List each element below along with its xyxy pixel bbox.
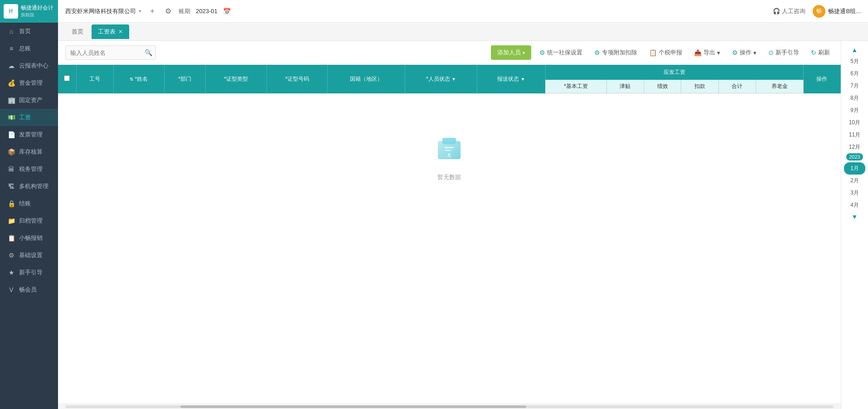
th-allowance: 津贴 <box>606 80 644 93</box>
add-company-button[interactable]: ＋ <box>147 5 158 18</box>
tab-home[interactable]: 首页 <box>65 24 90 39</box>
export-button[interactable]: 📤 导出 ▾ <box>690 47 724 58</box>
sidebar-icon-0: ⌂ <box>7 28 15 35</box>
sidebar-label-2: 云报表中心 <box>19 62 48 70</box>
sidebar-item-小畅报销[interactable]: 📋小畅报销 <box>0 229 58 247</box>
scroll-thumb[interactable] <box>180 405 526 408</box>
filter-icon[interactable]: ▼ <box>451 77 456 82</box>
social-security-label: 统一社保设置 <box>547 49 582 57</box>
sidebar-icon-2: ☁ <box>7 62 15 69</box>
sidebar-item-工资[interactable]: 💵工资 <box>0 109 58 126</box>
headset-icon: 🎧 <box>773 8 780 15</box>
date-month-5[interactable]: 5月 <box>841 55 868 68</box>
sidebar-icon-10: 🔒 <box>7 200 15 207</box>
add-person-label: 添加人员 <box>497 49 521 57</box>
sidebar-icon-3: 💰 <box>7 79 15 87</box>
sidebar-item-资金管理[interactable]: 💰资金管理 <box>0 74 58 92</box>
th-report-status: 报送状态 ▼ <box>477 65 545 93</box>
search-input[interactable] <box>65 45 156 60</box>
sidebar-icon-6: 📄 <box>7 131 15 138</box>
sidebar-label-14: 新手引导 <box>19 268 43 277</box>
social-security-button[interactable]: ⚙ 统一社保设置 <box>536 47 586 58</box>
sidebar-icon-5: 💵 <box>7 114 15 121</box>
th-department: *部门 <box>164 65 205 93</box>
sidebar-item-固定资产[interactable]: 🏢固定资产 <box>0 92 58 109</box>
refresh-button[interactable]: ↻ 刷新 <box>807 47 834 58</box>
sidebar-icon-8: 🏛 <box>7 166 15 173</box>
date-month-8[interactable]: 8月 <box>841 92 868 104</box>
th-actions: 操作 <box>803 65 841 93</box>
scroll-bar[interactable] <box>58 404 841 409</box>
operations-label: 操作 <box>740 49 752 57</box>
sidebar-icon-14: ★ <box>7 269 15 276</box>
th-performance: 绩效 <box>644 80 681 93</box>
tab-payroll[interactable]: 工资表 ✕ <box>92 24 129 39</box>
sidebar-label-6: 发票管理 <box>19 131 43 139</box>
calendar-icon[interactable]: 📅 <box>223 8 231 15</box>
date-nav-up[interactable]: ▲ <box>850 44 860 55</box>
service-label: 人工咨询 <box>782 7 805 15</box>
date-month-4[interactable]: 4月 <box>841 199 868 211</box>
sidebar-item-新手引导[interactable]: ★新手引导 <box>0 264 58 281</box>
svg-point-4 <box>448 153 451 156</box>
scroll-track <box>65 405 834 408</box>
guide-button[interactable]: ⊙ 新手引导 <box>765 47 803 58</box>
sidebar-item-首页[interactable]: ⌂首页 <box>0 23 58 40</box>
sidebar-label-1: 总账 <box>19 44 31 53</box>
guide-icon: ⊙ <box>768 49 774 56</box>
sidebar-label-7: 库存核算 <box>19 148 43 156</box>
settings-button[interactable]: ⚙ <box>163 5 173 17</box>
date-nav-down[interactable]: ▼ <box>850 211 860 222</box>
operations-button[interactable]: ⚙ 操作 ▾ <box>728 47 760 58</box>
sidebar-item-云报表中心[interactable]: ☁云报表中心 <box>0 57 58 74</box>
select-all-checkbox[interactable] <box>64 75 70 81</box>
dropdown-arrow-icon: ▾ <box>139 8 141 14</box>
app-logo: 计 畅捷通好会计 旗舰版 <box>0 0 58 23</box>
sidebar-item-总账[interactable]: ≡总账 <box>0 40 58 57</box>
tax-icon: 📋 <box>649 49 657 56</box>
tab-close-icon[interactable]: ✕ <box>118 29 123 35</box>
date-month-10[interactable]: 10月 <box>841 117 868 129</box>
th-payable-wages: 应发工资 <box>545 65 803 80</box>
tax-report-button[interactable]: 📋 个税申报 <box>645 47 686 58</box>
sidebar-icon-4: 🏢 <box>7 97 15 104</box>
date-month-3[interactable]: 3月 <box>841 187 868 199</box>
sidebar-item-发票管理[interactable]: 📄发票管理 <box>0 126 58 143</box>
date-month-7[interactable]: 7月 <box>841 80 868 92</box>
sidebar-item-结账[interactable]: 🔒结账 <box>0 195 58 212</box>
date-month-12[interactable]: 12月 <box>841 141 868 153</box>
logo-icon: 计 <box>4 4 18 19</box>
sidebar-label-15: 畅会员 <box>19 286 37 294</box>
date-month-9[interactable]: 9月 <box>841 104 868 117</box>
service-button[interactable]: 🎧 人工咨询 <box>773 7 805 15</box>
payroll-main: 🔍 添加人员 ▾ ⚙ 统一社保设置 ⚙ 专项附加扣除 <box>58 41 841 409</box>
user-info[interactable]: 畅 畅捷通B组... <box>813 5 861 18</box>
sidebar-item-畅会员[interactable]: V畅会员 <box>0 281 58 298</box>
th-nationality: 国籍（地区） <box>328 65 405 93</box>
date-month-1[interactable]: 1月 <box>844 162 865 175</box>
date-month-6[interactable]: 6月 <box>841 68 868 80</box>
sidebar-label-4: 固定资产 <box>19 96 43 104</box>
search-wrap: 🔍 <box>65 45 156 60</box>
user-name: 畅捷通B组... <box>828 7 861 15</box>
special-deduction-button[interactable]: ⚙ 专项附加扣除 <box>591 47 641 58</box>
top-header: 西安虾米网络科技有限公司 ▾ ＋ ⚙ 账期 2023-01 📅 🎧 人工咨询 畅… <box>58 0 868 23</box>
sidebar-item-库存核算[interactable]: 📦库存核算 <box>0 143 58 161</box>
sidebar-item-多机构管理[interactable]: 🏗多机构管理 <box>0 178 58 195</box>
sidebar-item-归档管理[interactable]: 📁归档管理 <box>0 212 58 229</box>
add-person-button[interactable]: 添加人员 ▾ <box>491 45 531 60</box>
date-panel: ▲ 5月 6月 7月 8月 9月 10月 11月 12月 2023 1月 2月 … <box>841 41 868 409</box>
sidebar-icon-15: V <box>7 286 15 293</box>
special-deduction-label: 专项附加扣除 <box>602 49 637 57</box>
sidebar-item-基础设置[interactable]: ⚙基础设置 <box>0 247 58 264</box>
th-checkbox[interactable] <box>58 65 76 93</box>
company-selector[interactable]: 西安虾米网络科技有限公司 ▾ <box>65 7 141 15</box>
filter-icon2[interactable]: ▼ <box>520 77 525 82</box>
sidebar-icon-1: ≡ <box>7 45 15 52</box>
date-month-2[interactable]: 2月 <box>841 175 868 187</box>
empty-state: 暂无数据 <box>58 93 841 218</box>
sidebar-item-税务管理[interactable]: 🏛税务管理 <box>0 161 58 178</box>
date-month-11[interactable]: 11月 <box>841 129 868 141</box>
sidebar-icon-12: 📋 <box>7 234 15 242</box>
sidebar-label-12: 小畅报销 <box>19 234 43 242</box>
